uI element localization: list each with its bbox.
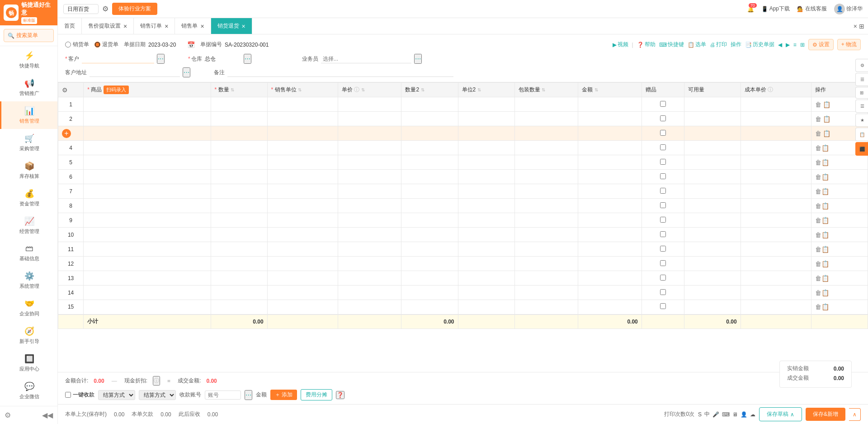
account-input[interactable] (205, 391, 241, 400)
next-record-button[interactable]: ▶ (786, 42, 790, 48)
prev-record-button[interactable]: ◀ (778, 42, 782, 48)
row-3-pkg[interactable] (514, 126, 578, 141)
delete-row-15-button[interactable]: 🗑 (815, 303, 821, 310)
side-grid-button[interactable]: ⊞ (855, 87, 868, 99)
expense-help-button[interactable]: ❓ (336, 391, 344, 399)
print-button[interactable]: 🖨 打印 (710, 41, 727, 48)
row-2-available[interactable] (684, 112, 741, 126)
online-service-button[interactable]: 💁 在线客服 (797, 5, 827, 13)
settlement-method-select[interactable]: 结算方式 (98, 390, 135, 400)
row-2-amount[interactable] (578, 112, 642, 126)
search-menu-button[interactable]: 🔍 搜索菜单 (4, 29, 54, 42)
sidebar-item-qiye[interactable]: 🤝 企业协同 (0, 294, 57, 322)
copy-row-13-button[interactable]: 📋 (821, 275, 829, 282)
experience-plan-button[interactable]: 体验行业方案 (112, 3, 157, 15)
tab-sale-close[interactable]: × (200, 23, 204, 29)
row-1-qty2[interactable] (401, 97, 458, 112)
delete-row-7-button[interactable]: 🗑 (815, 188, 821, 195)
sidebar-item-xinshou[interactable]: 🧭 新手引导 (0, 322, 57, 349)
gift-checkbox-15[interactable] (660, 303, 666, 309)
sidebar-item-xitong[interactable]: ⚙️ 系统管理 (0, 267, 57, 294)
copy-row-4-button[interactable]: 📋 (821, 144, 829, 152)
row-3-available[interactable] (684, 126, 741, 141)
row-3-unit2[interactable] (458, 126, 514, 141)
copy-row-8-button[interactable]: 📋 (821, 202, 829, 210)
gift-checkbox-14[interactable] (660, 289, 666, 295)
row-3-amount[interactable] (578, 126, 642, 141)
sale-radio-label[interactable]: 销货单 (65, 41, 89, 48)
sidebar-item-jichu[interactable]: 🗃 基础信息 (0, 239, 57, 267)
row-3-qty[interactable] (211, 126, 267, 141)
address-select-button[interactable]: ··· (183, 67, 190, 77)
gift-checkbox-12[interactable] (660, 260, 666, 266)
calc-method-select[interactable]: 结算方式 (139, 390, 176, 400)
save-split-button[interactable]: ∧ (849, 408, 861, 421)
account-select-button[interactable]: ··· (245, 390, 252, 400)
row-3-product[interactable] (84, 126, 211, 141)
sidebar-item-zijin[interactable]: 💰 资金管理 (0, 184, 57, 212)
row-3-cost[interactable] (741, 126, 811, 141)
delete-row-11-button[interactable]: 🗑 (815, 246, 821, 253)
row-1-available[interactable] (684, 97, 741, 112)
return-radio[interactable] (94, 42, 100, 48)
row-3-unit[interactable] (267, 126, 338, 141)
gift-checkbox-9[interactable] (660, 217, 666, 223)
copy-row-5-button[interactable]: 📋 (821, 159, 829, 166)
gift-checkbox-10[interactable] (660, 231, 666, 237)
tab-maximize-button[interactable]: ⊞ (859, 23, 864, 30)
row-1-gift[interactable] (642, 97, 684, 112)
gift-checkbox-8[interactable] (660, 202, 666, 208)
copy-row-6-button[interactable]: 📋 (821, 173, 829, 181)
sidebar-item-jingying[interactable]: 📈 经营管理 (0, 212, 57, 239)
sidebar-item-kuaijie[interactable]: ⚡ 快捷导航 (0, 46, 57, 74)
side-star-button[interactable]: ★ (855, 114, 868, 127)
side-list2-button[interactable]: ☰ (855, 100, 868, 113)
sale-radio[interactable] (65, 42, 71, 48)
pkg-sort-icon[interactable]: ⇅ (542, 87, 545, 92)
row-2-unit2[interactable] (458, 112, 514, 126)
row-1-amount[interactable] (578, 97, 642, 112)
copy-row-14-button[interactable]: 📋 (821, 289, 829, 296)
delete-row-2-button[interactable]: 🗑 (815, 115, 821, 123)
row-3-gift[interactable] (642, 126, 684, 141)
unit2-sort-icon[interactable]: ⇅ (477, 87, 481, 92)
gift-checkbox-13[interactable] (660, 275, 666, 281)
gift-checkbox-11[interactable] (660, 246, 666, 252)
industry-select[interactable]: 日用百货 (63, 4, 99, 14)
delete-row-4-button[interactable]: 🗑 (815, 144, 821, 152)
copy-row-11-button[interactable]: 📋 (821, 246, 829, 253)
row-1-pkg[interactable] (514, 97, 578, 112)
notes-input[interactable] (227, 68, 453, 77)
side-clip-button[interactable]: 📋 (855, 128, 868, 141)
add-logistics-button[interactable]: + 物流 (837, 39, 861, 50)
row-1-qty[interactable] (211, 97, 267, 112)
one-click-payment-checkbox[interactable]: 一键收款 (65, 391, 94, 399)
tab-minimize-button[interactable]: × (854, 23, 857, 30)
gift-checkbox-4[interactable] (660, 144, 666, 150)
delete-row-3-button[interactable]: 🗑 (815, 130, 821, 137)
operate-button[interactable]: 操作 (731, 41, 741, 48)
help-button[interactable]: ❓ 帮助 (637, 41, 656, 48)
form-settings-button[interactable]: ⚙ 设置 (808, 39, 834, 50)
cash-discount-info-button[interactable]: ⓘ (153, 376, 160, 386)
delete-row-8-button[interactable]: 🗑 (815, 202, 821, 210)
warehouse-select-button[interactable]: ··· (244, 54, 251, 64)
row-1-unit2[interactable] (458, 97, 514, 112)
copy-row-3-button[interactable]: 📋 (823, 130, 830, 137)
gift-checkbox-2[interactable] (660, 115, 666, 121)
one-click-payment-input[interactable] (65, 392, 71, 398)
history-button[interactable]: 📑 历史单据 (745, 41, 774, 48)
row-1-cost[interactable] (741, 97, 811, 112)
list-view-button[interactable]: ≡ (793, 42, 797, 48)
tab-home[interactable]: 首页 (58, 18, 82, 34)
notification-button[interactable]: 🔔 70 (747, 5, 754, 13)
side-list-button[interactable]: ☰ (855, 73, 868, 86)
calendar-button[interactable]: 📅 (187, 41, 195, 48)
gift-checkbox-1[interactable] (660, 101, 666, 107)
side-active-button[interactable]: ⬛ (855, 142, 868, 156)
delete-row-12-button[interactable]: 🗑 (815, 260, 821, 267)
tab-price[interactable]: 售价提取设置 × (82, 18, 134, 34)
row-3-qty2[interactable] (401, 126, 458, 141)
app-download-button[interactable]: 📱 App下载 (761, 5, 790, 13)
video-button[interactable]: ▶ 视频 (613, 41, 628, 48)
